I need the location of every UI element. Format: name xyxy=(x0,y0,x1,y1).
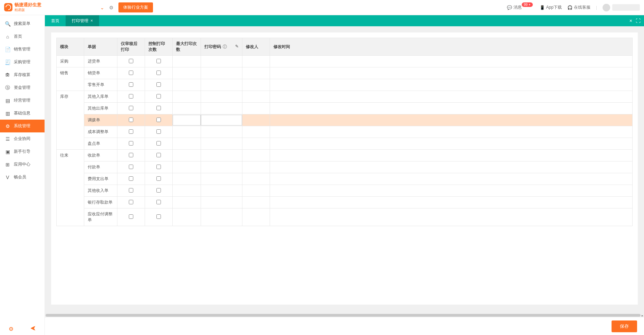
sidebar-item-6[interactable]: ▤经营管理 xyxy=(0,94,45,107)
print-settings-table: 模块 单据 仅审核后打印 控制打印次数 最大打印次数 打印密码 ⓘ ✎ 修改人 … xyxy=(56,38,633,226)
table-row[interactable]: 成本调整单 xyxy=(57,126,633,138)
after-approve-checkbox[interactable] xyxy=(129,59,133,63)
control-count-cell xyxy=(145,114,173,126)
close-icon[interactable]: × xyxy=(90,18,93,23)
modify-time-cell xyxy=(270,114,633,126)
control-count-checkbox[interactable] xyxy=(156,188,161,193)
col-modify-time: 修改时间 xyxy=(270,38,633,56)
after-approve-checkbox[interactable] xyxy=(129,129,133,134)
table-row[interactable]: 其他出库单 xyxy=(57,103,633,114)
after-approve-checkbox[interactable] xyxy=(129,94,133,99)
scrollbar-thumb[interactable] xyxy=(46,314,641,317)
control-count-checkbox[interactable] xyxy=(156,71,161,75)
tab-home[interactable]: 首页 xyxy=(45,15,66,26)
save-button[interactable]: 保存 xyxy=(612,320,637,332)
control-count-checkbox[interactable] xyxy=(156,82,161,87)
sidebar-item-11[interactable]: ⊞应用中心 xyxy=(0,158,45,171)
table-row[interactable]: 银行存取款单 xyxy=(57,197,633,208)
control-count-checkbox[interactable] xyxy=(156,165,161,169)
settings-icon[interactable]: ⚙ xyxy=(109,5,114,10)
after-approve-checkbox[interactable] xyxy=(129,188,133,193)
sidebar-item-5[interactable]: Ⓢ资金管理 xyxy=(0,81,45,94)
sidebar-item-7[interactable]: ▥基础信息 xyxy=(0,107,45,120)
after-approve-cell xyxy=(117,79,145,91)
sidebar-item-12[interactable]: V畅会员 xyxy=(0,171,45,184)
online-service-label: 在线客服 xyxy=(574,4,590,10)
modify-time-cell xyxy=(270,79,633,91)
table-row[interactable]: 库存其他入库单 xyxy=(57,91,633,103)
close-all-tabs-icon[interactable]: × xyxy=(629,18,632,24)
sidebar-item-10[interactable]: ▣新手引导 xyxy=(0,145,45,158)
control-count-cell xyxy=(145,126,173,138)
doc-cell: 进货单 xyxy=(84,56,117,67)
sidebar-item-2[interactable]: 📄销售管理 xyxy=(0,43,45,56)
chevron-down-icon: ⌄ xyxy=(100,5,104,10)
edit-icon[interactable]: ✎ xyxy=(235,44,239,49)
control-count-checkbox[interactable] xyxy=(156,129,161,134)
after-approve-checkbox[interactable] xyxy=(129,200,133,204)
after-approve-checkbox[interactable] xyxy=(129,82,133,87)
industry-plan-button[interactable]: 体验行业方案 xyxy=(118,2,153,12)
doc-cell: 盘点单 xyxy=(84,138,117,150)
table-row[interactable]: 其他收入单 xyxy=(57,185,633,197)
app-download-link[interactable]: 📱 App下载 xyxy=(540,4,562,10)
help-icon[interactable]: ⓘ xyxy=(223,44,227,49)
after-approve-checkbox[interactable] xyxy=(129,176,133,181)
control-count-checkbox[interactable] xyxy=(156,214,161,219)
control-count-checkbox[interactable] xyxy=(156,94,161,99)
control-count-checkbox[interactable] xyxy=(156,118,161,122)
sidebar-item-8[interactable]: ⚙系统管理 xyxy=(0,120,45,132)
table-row[interactable]: 付款单 xyxy=(57,161,633,173)
content-card: 模块 单据 仅审核后打印 控制打印次数 最大打印次数 打印密码 ⓘ ✎ 修改人 … xyxy=(51,32,638,305)
table-row[interactable]: 盘点单 xyxy=(57,138,633,150)
sidebar-item-4[interactable]: 🏚库存核算 xyxy=(0,68,45,81)
tab-print-management[interactable]: 打印管理 × xyxy=(66,15,99,26)
after-approve-checkbox[interactable] xyxy=(129,71,133,75)
sidebar-item-9[interactable]: ☰企业协同 xyxy=(0,132,45,145)
table-row[interactable]: 销售销货单 xyxy=(57,67,633,79)
settings-gear-icon[interactable]: ⚙ xyxy=(9,326,13,332)
sidebar-item-label: 搜索菜单 xyxy=(14,21,30,27)
control-count-checkbox[interactable] xyxy=(156,59,161,63)
doc-cell: 收款单 xyxy=(84,150,117,161)
separator: | xyxy=(596,5,597,10)
table-row[interactable]: 应收应付调整单 xyxy=(57,208,633,226)
control-count-checkbox[interactable] xyxy=(156,176,161,181)
max-count-input[interactable] xyxy=(173,115,201,125)
sidebar-item-0[interactable]: 🔍搜索菜单 xyxy=(0,17,45,30)
col-print-password: 打印密码 ⓘ ✎ xyxy=(201,38,242,56)
scrollbar-arrow-right-icon[interactable]: ▸ xyxy=(641,314,644,317)
fullscreen-icon[interactable]: ⛶ xyxy=(636,18,641,24)
after-approve-checkbox[interactable] xyxy=(129,118,133,122)
modifier-cell xyxy=(242,114,270,126)
sidebar-item-icon: Ⓢ xyxy=(5,85,10,91)
online-service-link[interactable]: 🎧 在线客服 xyxy=(567,4,590,10)
control-count-checkbox[interactable] xyxy=(156,106,161,110)
user-menu[interactable] xyxy=(603,4,640,11)
doc-cell: 调拨单 xyxy=(84,114,117,126)
after-approve-checkbox[interactable] xyxy=(129,214,133,219)
after-approve-checkbox[interactable] xyxy=(129,153,133,157)
control-count-checkbox[interactable] xyxy=(156,141,161,146)
after-approve-checkbox[interactable] xyxy=(129,165,133,169)
password-cell xyxy=(201,138,242,150)
max-count-cell xyxy=(173,161,201,173)
table-row[interactable]: 采购进货单 xyxy=(57,56,633,67)
collapse-sidebar-icon[interactable]: ⮜ xyxy=(30,326,36,332)
col-max-count: 最大打印次数 xyxy=(173,38,201,56)
sidebar-item-label: 基础信息 xyxy=(14,110,30,116)
horizontal-scrollbar[interactable]: ▸ xyxy=(45,314,644,317)
after-approve-checkbox[interactable] xyxy=(129,106,133,110)
table-row[interactable]: 调拨单 xyxy=(57,114,633,126)
table-row[interactable]: 零售开单 xyxy=(57,79,633,91)
table-row[interactable]: 往来收款单 xyxy=(57,150,633,161)
after-approve-checkbox[interactable] xyxy=(129,141,133,146)
control-count-checkbox[interactable] xyxy=(156,153,161,157)
password-input[interactable] xyxy=(201,115,242,125)
company-selector[interactable]: ⌄ xyxy=(50,4,104,10)
sidebar-item-3[interactable]: 🧾采购管理 xyxy=(0,56,45,68)
sidebar-item-1[interactable]: ⌂首页 xyxy=(0,30,45,43)
messages-link[interactable]: 💬 消息 99 + xyxy=(507,4,534,10)
control-count-checkbox[interactable] xyxy=(156,200,161,204)
table-row[interactable]: 费用支出单 xyxy=(57,173,633,185)
